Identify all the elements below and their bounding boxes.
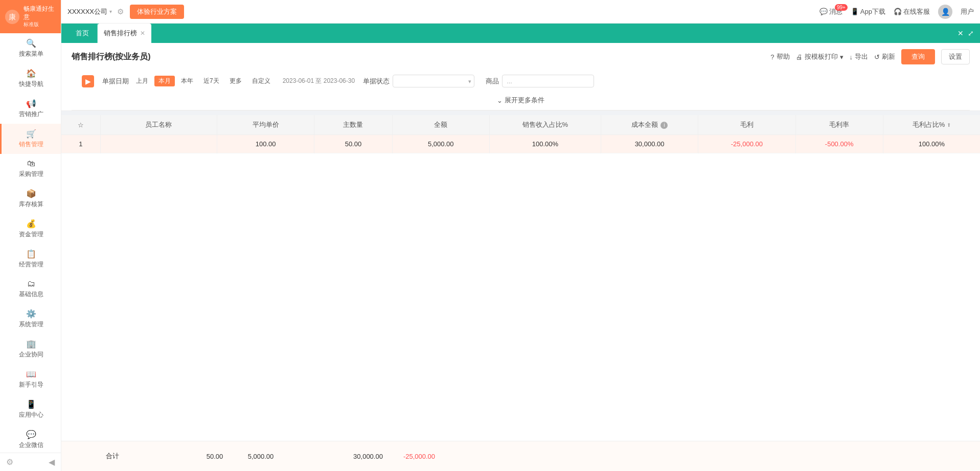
service-label: 在线客服	[903, 7, 930, 16]
query-button[interactable]: 查询	[901, 49, 935, 64]
date-tab-更多[interactable]: 更多	[225, 76, 246, 86]
col-header-amount: 全额	[392, 115, 489, 135]
tab-actions: ✕ ⤢	[958, 29, 974, 37]
tab-sales-ranking[interactable]: 销售排行榜 ✕	[98, 24, 151, 43]
table-footer-row: 合计50.005,000.0030,000.00-25,000.00	[61, 446, 980, 466]
sidebar-item-label-inventory: 库存核算	[19, 200, 43, 209]
col-header-sales_pct: 销售收入占比%	[489, 115, 601, 135]
app-download-button[interactable]: 📱 App下载	[851, 7, 885, 16]
tab-home-label: 首页	[76, 29, 89, 38]
trial-button[interactable]: 体验行业方案	[130, 5, 184, 19]
sidebar-item-label-basic: 基础信息	[19, 290, 43, 299]
sidebar-item-label-enterprise: 企业协同	[19, 350, 43, 359]
page-title-row: 销售排行榜(按业务员) ? 帮助 🖨 按模板打印 ▾ ↓ 导出	[72, 49, 970, 70]
sidebar-item-inventory[interactable]: 📦 库存核算	[0, 184, 61, 214]
info-icon[interactable]: i	[660, 122, 668, 129]
cell-row0-col0: 1	[61, 135, 100, 153]
sidebar-item-guide[interactable]: 📖 新手引导	[0, 364, 61, 394]
page-header: 销售排行榜(按业务员) ? 帮助 🖨 按模板打印 ▾ ↓ 导出	[61, 43, 980, 111]
app-name: 畅康通好生意	[24, 5, 57, 21]
sidebar-item-apps[interactable]: 📱 应用中心	[0, 394, 61, 424]
tabbar: 首页 销售排行榜 ✕ ✕ ⤢	[61, 24, 980, 43]
filter-arrow-button[interactable]: ▶	[82, 75, 94, 87]
tab-close-icon[interactable]: ✕	[140, 30, 145, 37]
marketing-icon: 📢	[26, 99, 36, 108]
sidebar-item-finance[interactable]: 💰 资金管理	[0, 214, 61, 244]
table-header: ☆员工名称平均单价主数量全额销售收入占比%成本全额 i毛利毛利率毛利占比% ⬆	[61, 115, 980, 135]
date-tab-本月[interactable]: 本月	[154, 76, 175, 86]
help-button[interactable]: ? 帮助	[770, 52, 789, 61]
refresh-label: 刷新	[882, 52, 895, 61]
help-icon: ?	[770, 53, 774, 61]
sidebar-item-label-marketing: 营销推广	[19, 110, 43, 119]
footer-cell-1: 合计	[82, 448, 143, 464]
date-tab-近7天[interactable]: 近7天	[199, 76, 223, 86]
sales-icon: 🛒	[26, 129, 36, 139]
footer-cell-7: -25,000.00	[394, 450, 445, 463]
print-icon: 🖨	[796, 53, 803, 61]
sidebar-item-label-apps: 应用中心	[19, 411, 43, 419]
col-header-cost: 成本全额 i	[601, 115, 698, 135]
sidebar-item-wechat[interactable]: 💬 企业微信	[0, 424, 61, 453]
headset-icon: 🎧	[894, 8, 902, 15]
filter-expand-row: ⌄ 展开更多条件	[72, 93, 970, 110]
print-dropdown-icon: ▾	[840, 53, 844, 61]
date-tab-自定义[interactable]: 自定义	[248, 76, 275, 86]
sidebar-item-operation[interactable]: 📋 经营管理	[0, 244, 61, 274]
gear-icon[interactable]: ⚙	[117, 7, 124, 16]
settings-button[interactable]: 设置	[941, 49, 970, 64]
refresh-button[interactable]: ↺ 刷新	[874, 52, 895, 61]
sidebar-item-search[interactable]: 🔍 搜索菜单	[0, 33, 61, 63]
footer-cell-5	[286, 453, 343, 459]
export-button[interactable]: ↓ 导出	[850, 52, 869, 61]
cell-row0-col6: 30,000.00	[601, 135, 698, 153]
collapse-icon[interactable]: ◀	[49, 457, 55, 467]
expand-more-button[interactable]: ⌄ 展开更多条件	[497, 96, 544, 105]
message-button[interactable]: 💬 消息 99+	[819, 7, 842, 16]
username[interactable]: 用户	[961, 7, 974, 16]
status-select[interactable]	[393, 75, 474, 87]
cell-row0-col1	[100, 135, 217, 153]
sidebar-item-basic[interactable]: 🗂 基础信息	[0, 274, 61, 304]
cell-row0-col3: 50.00	[314, 135, 392, 153]
date-tab-本年[interactable]: 本年	[177, 76, 197, 86]
footer-cell-0	[61, 453, 82, 459]
expand-more-label: 展开更多条件	[505, 96, 544, 105]
sort-icon[interactable]: ⬆	[947, 122, 951, 128]
sidebar-bottom: ⚙ ◀	[0, 453, 61, 471]
col-header-rank: ☆	[61, 115, 100, 135]
tab-home[interactable]: 首页	[67, 24, 98, 43]
app-label: App下载	[860, 7, 885, 16]
app-logo: 康 畅康通好生意 标准版	[0, 0, 61, 33]
service-button[interactable]: 🎧 在线客服	[894, 7, 930, 16]
system-icon: ⚙️	[26, 309, 36, 319]
col-header-name: 员工名称	[100, 115, 217, 135]
sidebar-item-sales[interactable]: 🛒 销售管理	[0, 124, 61, 154]
footer-cell-9	[491, 453, 537, 459]
sidebar-item-purchase[interactable]: 🛍 采购管理	[0, 154, 61, 184]
print-button[interactable]: 🖨 按模板打印 ▾	[796, 52, 844, 61]
topbar: XXXXXX公司 ▾ ⚙ 体验行业方案 💬 消息 99+ 📱 App下载 🎧 在…	[61, 0, 980, 24]
cell-row0-col2: 100.00	[217, 135, 314, 153]
date-filter-label: 单据日期	[102, 77, 129, 86]
close-all-icon[interactable]: ✕	[958, 29, 964, 37]
user-avatar[interactable]: 👤	[938, 5, 952, 19]
sidebar-item-shortcut[interactable]: 🏠 快捷导航	[0, 63, 61, 94]
cell-row0-col5: 100.00%	[489, 135, 601, 153]
shortcut-icon: 🏠	[26, 69, 36, 78]
col-header-avg_price: 平均单价	[217, 115, 314, 135]
sidebar-item-marketing[interactable]: 📢 营销推广	[0, 94, 61, 124]
refresh-icon: ↺	[874, 53, 880, 61]
settings-icon[interactable]: ⚙	[6, 457, 13, 467]
restore-icon[interactable]: ⤢	[968, 29, 974, 37]
sidebar-item-label-guide: 新手引导	[19, 380, 43, 389]
company-selector[interactable]: XXXXXX公司 ▾	[67, 7, 112, 16]
sidebar-item-label-sales: 销售管理	[19, 140, 43, 149]
date-tab-上月[interactable]: 上月	[132, 76, 152, 86]
sidebar-item-system[interactable]: ⚙️ 系统管理	[0, 304, 61, 334]
status-filter-group: 单据状态	[363, 75, 477, 87]
table-body: 1100.0050.005,000.00100.00%30,000.00-25,…	[61, 135, 980, 153]
phone-icon: 📱	[851, 8, 859, 15]
sidebar-item-label-system: 系统管理	[19, 320, 43, 329]
sidebar-item-enterprise[interactable]: 🏢 企业协同	[0, 334, 61, 364]
